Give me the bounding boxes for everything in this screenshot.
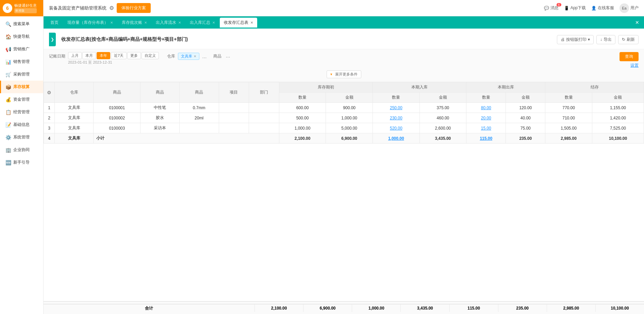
th-name: 商品 bbox=[141, 82, 179, 103]
user-button[interactable]: Ea 用户 bbox=[620, 3, 639, 13]
tab-label-batch: 库存批次账 bbox=[122, 20, 142, 26]
table-container: ⚙ 仓库 商品 商品 商品 项目 部门 库存期初 本期入库 本期出库 结存 bbox=[44, 82, 644, 301]
th-code: 商品 bbox=[94, 82, 141, 103]
sidebar-item-search[interactable]: 🔍搜索菜单 bbox=[0, 18, 43, 30]
tab-in-out-summary[interactable]: 出入库汇总✕ bbox=[186, 18, 219, 28]
cell-out-qty[interactable]: 20.00 bbox=[466, 113, 506, 123]
th-opening: 库存期初 bbox=[279, 82, 373, 93]
subtotal-in-qty[interactable]: 1,000.00 bbox=[373, 133, 419, 144]
app-download-button[interactable]: 📱 App下载 bbox=[564, 5, 586, 11]
date-btn-近7天[interactable]: 近7天 bbox=[111, 52, 127, 59]
tab-batch[interactable]: 库存批次账✕ bbox=[118, 18, 151, 28]
logo-line1: 畅捷通好生意 bbox=[14, 3, 37, 8]
subtotal-open-qty: 2,100.00 bbox=[279, 133, 326, 144]
subtotal-out-qty[interactable]: 115.00 bbox=[466, 133, 506, 144]
cell-dept bbox=[249, 123, 279, 133]
collapse-arrow-button[interactable]: ❯ bbox=[49, 33, 56, 46]
export-label: 导出 bbox=[604, 37, 612, 43]
refresh-button[interactable]: ↻ 刷新 bbox=[618, 35, 639, 44]
th-in: 本期入库 bbox=[373, 82, 466, 93]
tab-bar-close-button[interactable]: ✕ bbox=[633, 19, 641, 26]
logo-icon: 6 bbox=[3, 3, 12, 13]
cell-name: 胶水 bbox=[141, 113, 179, 123]
tab-close-in-out-summary[interactable]: ✕ bbox=[212, 21, 215, 24]
cell-code: 0100002 bbox=[94, 113, 141, 123]
cell-in-qty[interactable]: 230.00 bbox=[373, 113, 419, 123]
system-icon: ⚙️ bbox=[5, 135, 11, 140]
message-icon: 💬 bbox=[544, 6, 549, 11]
date-btn-自定义[interactable]: 自定义 bbox=[142, 52, 159, 59]
date-btn-更多[interactable]: 更多 bbox=[127, 52, 141, 59]
date-filter-label: 记账日期 bbox=[49, 52, 65, 59]
sidebar-item-guide[interactable]: 🆕新手引导 bbox=[0, 156, 43, 169]
th-dept: 部门 bbox=[249, 82, 279, 103]
tab-close-inventory-dist[interactable]: ✕ bbox=[110, 21, 113, 24]
warehouse-dots[interactable]: ... bbox=[201, 53, 208, 60]
purchase-icon: 🛒 bbox=[5, 72, 11, 77]
online-service-button[interactable]: 👤 在线客服 bbox=[591, 5, 614, 11]
query-button[interactable]: 查询 bbox=[620, 52, 639, 61]
sidebar-item-business[interactable]: 📋经营管理 bbox=[0, 106, 43, 118]
print-button[interactable]: 🖨 按钮版打印 ▾ bbox=[557, 35, 594, 44]
cell-out-amt: 40.00 bbox=[506, 113, 545, 123]
cell-out-qty[interactable]: 15.00 bbox=[466, 123, 506, 133]
cell-bal-qty: 710.00 bbox=[545, 113, 592, 123]
warehouse-tag-label: 文具库 bbox=[181, 54, 192, 59]
tab-close-receive-summary[interactable]: ✕ bbox=[250, 21, 253, 24]
tab-inventory-dist[interactable]: 现存量（库存分布表）✕ bbox=[63, 18, 117, 28]
subtotal-row: 4 文具库 小计 2,100.00 6,900.00 1,000.00 3,43… bbox=[44, 133, 644, 144]
experience-button[interactable]: 体验行业方案 bbox=[117, 3, 151, 13]
sidebar-item-marketing[interactable]: 📢营销推广 bbox=[0, 43, 43, 55]
sidebar-item-basic[interactable]: 📝基础信息 bbox=[0, 118, 43, 131]
cell-in-qty[interactable]: 520.00 bbox=[373, 123, 419, 133]
logo-line2: 标准版 bbox=[14, 8, 37, 13]
footer-bal-qty: 2,985.00 bbox=[547, 304, 595, 312]
goods-dots[interactable]: ... bbox=[224, 52, 231, 59]
date-btn-上月[interactable]: 上月 bbox=[68, 52, 82, 59]
subtotal-bal-qty: 2,985.00 bbox=[545, 133, 592, 144]
subtotal-warehouse: 文具库 bbox=[55, 133, 94, 144]
sidebar-label-guide: 新手引导 bbox=[13, 160, 30, 165]
cell-name: 采访本 bbox=[141, 123, 179, 133]
setting-link[interactable]: 设置 bbox=[630, 63, 639, 68]
sidebar-item-inventory[interactable]: 📦库存核算 bbox=[0, 81, 43, 93]
tab-receive-summary[interactable]: 收发存汇总表✕ bbox=[220, 18, 257, 28]
sidebar-item-company[interactable]: 🏢企业协同 bbox=[0, 144, 43, 156]
sidebar-item-purchase[interactable]: 🛒采购管理 bbox=[0, 68, 43, 81]
sidebar-label-company: 企业协同 bbox=[13, 147, 30, 153]
settings-button[interactable]: ⚙ bbox=[109, 5, 114, 11]
service-icon: 👤 bbox=[591, 6, 596, 11]
sidebar-item-quick-nav[interactable]: 🏠快捷导航 bbox=[0, 30, 43, 43]
warehouse-tag-close[interactable]: ✕ bbox=[194, 54, 196, 58]
warehouse-filter-label: 仓库 bbox=[167, 52, 175, 59]
sidebar-item-system[interactable]: ⚙️系统管理 bbox=[0, 131, 43, 144]
tab-close-batch[interactable]: ✕ bbox=[144, 21, 147, 24]
cell-open-amt: 1,000.00 bbox=[326, 113, 373, 123]
user-avatar: Ea bbox=[620, 3, 629, 13]
footer-bal-amt: 10,100.00 bbox=[595, 304, 644, 312]
th-warehouse: 仓库 bbox=[55, 82, 94, 103]
sidebar-item-sales[interactable]: 📊销售管理 bbox=[0, 55, 43, 68]
tab-close-in-out-flow[interactable]: ✕ bbox=[178, 21, 181, 24]
tab-in-out-flow[interactable]: 出入库流水✕ bbox=[152, 18, 185, 28]
sidebar-label-inventory: 库存核算 bbox=[13, 84, 30, 90]
message-button[interactable]: 💬 消息 6 bbox=[544, 5, 559, 11]
cell-out-amt: 75.00 bbox=[506, 123, 545, 133]
tab-home[interactable]: 首页 bbox=[46, 18, 63, 28]
expand-row: ▾ 展开更多条件 bbox=[49, 68, 639, 80]
cell-in-qty[interactable]: 250.00 bbox=[373, 103, 419, 113]
footer-in-qty: 1,000.00 bbox=[352, 304, 400, 312]
date-btn-本年[interactable]: 本年 bbox=[97, 52, 110, 59]
expand-label: 展开更多条件 bbox=[335, 72, 358, 77]
page-title: 收发存汇总表(按仓库+商品编码+商品+规格型号+项目+部门) bbox=[61, 36, 188, 43]
warehouse-tag[interactable]: 文具库 ✕ bbox=[178, 53, 199, 60]
export-button[interactable]: ↓ 导出 bbox=[596, 35, 615, 44]
table-row: 1 文具库 0100001 中性笔 0.7mm 600.00 900.00 25… bbox=[44, 103, 644, 113]
sidebar-label-business: 经营管理 bbox=[13, 109, 30, 115]
date-btn-本月[interactable]: 本月 bbox=[82, 52, 96, 59]
cell-out-qty[interactable]: 80.00 bbox=[466, 103, 506, 113]
content-area: ❯ 收发存汇总表(按仓库+商品编码+商品+规格型号+项目+部门) 🖨 按钮版打印… bbox=[44, 29, 644, 314]
sidebar-item-finance[interactable]: 💰资金管理 bbox=[0, 93, 43, 106]
table-settings-icon[interactable]: ⚙ bbox=[47, 90, 51, 95]
expand-conditions-button[interactable]: ▾ 展开更多条件 bbox=[327, 70, 361, 78]
